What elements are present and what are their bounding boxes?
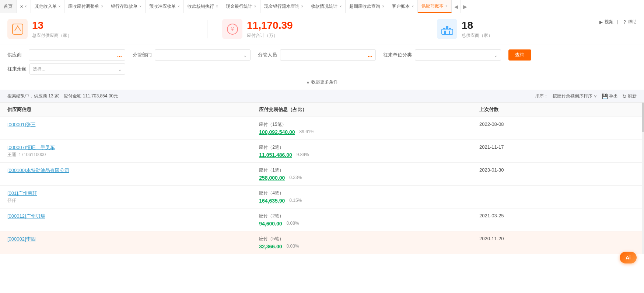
nav-tab-overdue-receivable-label: 超期应收款查询 xyxy=(349,3,380,10)
sort-select[interactable]: 按应付余额倒序排序 ∨ xyxy=(553,93,597,99)
supplier-link-1[interactable]: [000007]恒旺二手叉车 xyxy=(7,145,55,150)
nav-scroll-left-icon[interactable]: ◀ xyxy=(452,0,461,13)
query-button[interactable]: 查询 xyxy=(508,49,531,61)
nav-tab-bank-deposit[interactable]: 银行存取款单 × xyxy=(107,0,146,13)
filter-category: 往来单位分类 ⌄ xyxy=(383,49,501,61)
balance-placeholder: 选择... xyxy=(33,66,45,72)
supplier-link-0[interactable]: [000001]张三 xyxy=(7,122,36,127)
close-tab-bank-deposit-icon[interactable]: × xyxy=(139,4,141,8)
balance-filter-input[interactable]: 选择... ⌄ xyxy=(29,63,125,75)
nav-tab-advance-receivable-label: 预收冲应收单 xyxy=(149,3,176,10)
table-row: [000012]广州贝瑞 应付（2笔） 94,600.00 0.08% 2021… xyxy=(0,208,644,231)
nav-tab-3-label: 3 xyxy=(20,4,23,9)
tx-label-1: 应付（2笔） xyxy=(259,144,479,151)
stat-payable-suppliers: 13 总应付供应商（家） xyxy=(7,19,192,39)
close-tab-advance-receivable-icon[interactable]: × xyxy=(178,4,180,8)
table-row: [000007]恒旺二手叉车 王通 17106110000 应付（2笔） 11,… xyxy=(0,140,644,163)
supplier-info-4: [000012]广州贝瑞 xyxy=(7,213,259,220)
nav-tab-collection-stat[interactable]: 收款情况统计 × xyxy=(307,0,346,13)
filter-row-1: 供应商 ... 分管部门 ⌄ 分管人员 ... 往来单位 xyxy=(7,49,637,61)
supplier-link-2[interactable]: [000100]本特勒油品有限公司 xyxy=(7,168,69,173)
tx-amount-5[interactable]: 32,366.00 xyxy=(259,244,282,249)
category-filter-input[interactable]: ⌄ xyxy=(415,49,501,61)
col-header-supplier: 供应商信息 xyxy=(7,106,259,113)
refresh-button[interactable]: ↻ 刷新 xyxy=(622,93,637,99)
scrollbar-track[interactable] xyxy=(642,103,644,254)
tx-amount-3[interactable]: 164,635.90 xyxy=(259,198,285,204)
col-header-lastpay: 上次付数 xyxy=(479,106,637,113)
close-tab-3-icon[interactable]: × xyxy=(25,4,27,8)
nav-tab-customer-ledger-label: 客户账本 xyxy=(392,3,410,10)
close-tab-cash-flow-icon[interactable]: × xyxy=(301,4,304,8)
close-tab-overdue-receivable-icon[interactable]: × xyxy=(382,4,384,8)
export-button[interactable]: 💾 导出 xyxy=(602,93,618,99)
supplier-link-4[interactable]: [000012]广州贝瑞 xyxy=(7,213,45,219)
table-row: [001]广州荣轩 仔仔 应付（4笔） 164,635.90 0.15% xyxy=(0,186,644,208)
video-link[interactable]: 视频 xyxy=(605,19,613,25)
tx-row-3: 164,635.90 0.15% xyxy=(259,197,479,204)
svg-rect-4 xyxy=(442,29,453,34)
close-tab-supplier-ledger-icon[interactable]: × xyxy=(445,4,448,8)
nav-tab-cash-bank-stat[interactable]: 现金银行统计 × xyxy=(222,0,260,13)
supplier-filter-input[interactable]: ... xyxy=(29,49,125,61)
scrollbar-thumb[interactable] xyxy=(642,103,644,132)
close-tab-cash-bank-stat-icon[interactable]: × xyxy=(254,4,256,8)
close-tab-adjustment-icon[interactable]: × xyxy=(101,4,103,8)
nav-tab-home[interactable]: 首页 xyxy=(0,0,17,13)
nav-tab-bank-deposit-label: 银行存取款单 xyxy=(111,3,137,10)
sort-value-text: 按应付余额倒序排序 xyxy=(553,93,592,99)
tx-amount-1[interactable]: 11,051,486.00 xyxy=(259,152,292,158)
svg-rect-7 xyxy=(449,28,451,29)
nav-tab-other-income[interactable]: 其他收入单 × xyxy=(31,0,65,13)
nav-tab-adjustment[interactable]: 应收应付调整单 × xyxy=(64,0,107,13)
tx-row-0: 100,092,540.00 89.61% xyxy=(259,128,479,135)
department-filter-label: 分管部门 xyxy=(133,52,152,58)
transaction-info-5: 应付（5笔） 32,366.00 0.03% xyxy=(259,236,479,249)
nav-tab-collection-stat-label: 收款情况统计 xyxy=(311,3,337,10)
person-dots-icon[interactable]: ... xyxy=(368,52,372,58)
nav-tab-cash-flow[interactable]: 现金银行流水查询 × xyxy=(260,0,308,13)
person-filter-input[interactable]: ... xyxy=(280,49,376,61)
ai-button[interactable]: Ai xyxy=(620,252,637,263)
results-amount-value: 111,703,854.00元 xyxy=(83,93,118,99)
help-link[interactable]: 帮助 xyxy=(628,19,637,25)
nav-tab-supplier-ledger[interactable]: 供应商账本 × xyxy=(418,0,452,13)
close-tab-other-income-icon[interactable]: × xyxy=(59,4,61,8)
nav-tab-overdue-receivable[interactable]: 超期应收款查询 × xyxy=(346,0,388,13)
sort-arrow-icon: ∨ xyxy=(594,93,597,99)
lastpay-date-0: 2022-08-08 xyxy=(479,121,504,127)
department-filter-input[interactable]: ⌄ xyxy=(155,49,251,61)
collapse-button[interactable]: ▲ 收起更多条件 xyxy=(7,77,637,87)
nav-tab-adjustment-label: 应收应付调整单 xyxy=(68,3,99,10)
category-filter-label: 往来单位分类 xyxy=(383,52,412,58)
content-area: 13 总应付供应商（家） ¥ 11,170.39 应付合计（万） 18 总供应商… xyxy=(0,13,644,293)
close-tab-collection-verify-icon[interactable]: × xyxy=(216,4,218,8)
sort-label: 排序： xyxy=(535,93,548,99)
nav-tab-3[interactable]: 3 × xyxy=(17,0,31,13)
nav-tab-other-income-label: 其他收入单 xyxy=(35,3,57,10)
supplier-info-2: [000100]本特勒油品有限公司 xyxy=(7,167,259,174)
supplier-link-5[interactable]: [000002]李四 xyxy=(7,236,36,242)
tx-amount-0[interactable]: 100,092,540.00 xyxy=(259,129,295,135)
lastpay-4: 2021-03-25 xyxy=(479,213,637,218)
lastpay-date-5: 2020-11-20 xyxy=(479,235,504,241)
tx-amount-4[interactable]: 94,600.00 xyxy=(259,221,282,227)
separator: ｜ xyxy=(615,19,620,25)
close-tab-collection-stat-icon[interactable]: × xyxy=(339,4,342,8)
total-suppliers-icon xyxy=(437,19,457,39)
nav-tab-advance-receivable[interactable]: 预收冲应收单 × xyxy=(146,0,184,13)
help-icon: ? xyxy=(623,20,626,25)
payable-amount-icon: ¥ xyxy=(222,19,242,39)
close-tab-customer-ledger-icon[interactable]: × xyxy=(412,4,414,8)
total-suppliers-label: 总供应商（家） xyxy=(462,32,493,39)
tx-row-2: 258,000.00 0.23% xyxy=(259,174,479,181)
svg-rect-9 xyxy=(449,31,450,34)
supplier-link-3[interactable]: [001]广州荣轩 xyxy=(7,190,37,196)
supplier-dots-icon[interactable]: ... xyxy=(117,52,122,58)
nav-scroll-right-icon[interactable]: ▶ xyxy=(461,0,469,13)
nav-tab-customer-ledger[interactable]: 客户账本 × xyxy=(388,0,418,13)
supplier-filter-label: 供应商 xyxy=(7,52,26,58)
supplier-info-5: [000002]李四 xyxy=(7,236,259,242)
nav-tab-collection-verify[interactable]: 收款核销执行 × xyxy=(184,0,222,13)
tx-amount-2[interactable]: 258,000.00 xyxy=(259,175,285,181)
